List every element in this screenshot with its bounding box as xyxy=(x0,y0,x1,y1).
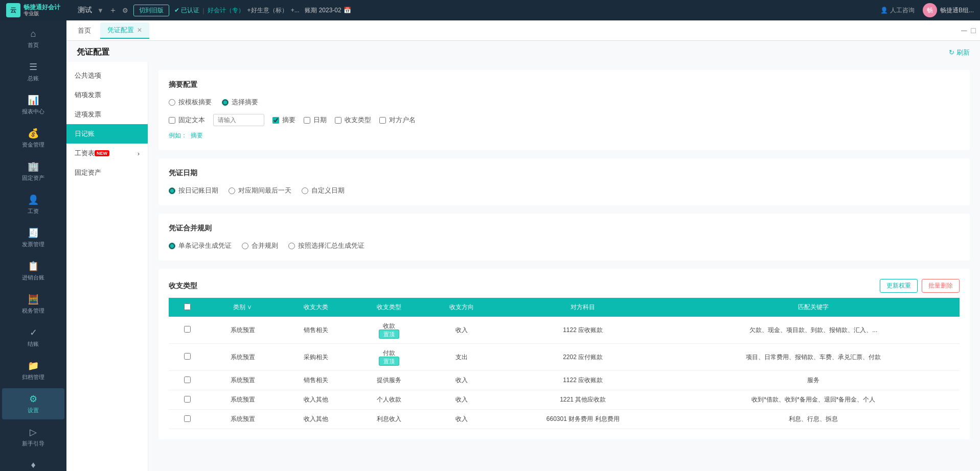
single-radio-label[interactable]: 单条记录生成凭证 xyxy=(169,241,232,250)
custom-date-radio[interactable] xyxy=(302,187,308,194)
merge-radio-label[interactable]: 合并规则 xyxy=(242,241,278,250)
fixed-text-checkbox[interactable] xyxy=(169,117,175,124)
select-radio-label[interactable]: 选择摘要 xyxy=(222,98,258,107)
single-radio[interactable] xyxy=(169,243,175,249)
row-checkbox[interactable] xyxy=(184,376,191,383)
switch-version-button[interactable]: 切到旧版 xyxy=(133,5,169,16)
assets-icon: 🏢 xyxy=(28,161,39,172)
col-account: 对方科目 xyxy=(498,298,668,317)
summary-radio-group: 按模板摘要 选择摘要 xyxy=(169,98,960,107)
col-major: 收支大类 xyxy=(279,298,352,317)
sidebar-item-member[interactable]: ♦ 畅会员 xyxy=(2,455,64,471)
left-nav-sales-invoice[interactable]: 销项发票 xyxy=(66,85,148,105)
top-badge[interactable]: 置顶 xyxy=(379,329,399,339)
row-checkbox-cell xyxy=(169,317,206,344)
date-checkbox[interactable] xyxy=(304,117,310,124)
settings-icon: ⚙ xyxy=(29,393,37,405)
left-nav-public[interactable]: 公共选项 xyxy=(66,66,148,85)
row-checkbox-cell xyxy=(169,344,206,371)
row-category: 系统预置 xyxy=(206,317,279,344)
good-accounting-tag: 好会计（专） xyxy=(208,6,244,15)
sidebar-item-fund[interactable]: 💰 资金管理 xyxy=(2,123,64,154)
sidebar-item-salary[interactable]: 👤 工资 xyxy=(2,189,64,220)
date-checkbox-label[interactable]: 日期 xyxy=(304,115,327,125)
period-last-radio-label[interactable]: 对应期间最后一天 xyxy=(229,186,291,195)
refresh-button[interactable]: ↻ 刷新 xyxy=(949,48,970,57)
header-add-icon[interactable]: ＋ xyxy=(109,5,117,16)
header-center: 测试 ▼ ＋ ⚙ 切到旧版 ✔ 已认证 | 好会计（专） +好生意（标） +..… xyxy=(78,5,875,16)
type-checkbox-label[interactable]: 收支类型 xyxy=(335,115,371,125)
minimize-icon[interactable]: ─ xyxy=(961,26,967,35)
period-last-radio[interactable] xyxy=(229,187,235,194)
update-weight-button[interactable]: 更新权重 xyxy=(880,279,918,293)
header-tags: ✔ 已认证 | 好会计（专） +好生意（标） +... xyxy=(174,6,300,15)
sidebar-item-archive[interactable]: 📁 归档管理 xyxy=(2,355,64,386)
left-nav-fixed-assets[interactable]: 固定资产 xyxy=(66,163,148,182)
row-checkbox-cell xyxy=(169,390,206,410)
voucher-date-title: 凭证日期 xyxy=(169,169,960,178)
summary-checkbox-label[interactable]: 摘要 xyxy=(272,115,295,125)
left-nav-purchase-invoice[interactable]: 进项发票 xyxy=(66,105,148,124)
sidebar-item-home[interactable]: ⌂ 首页 xyxy=(2,23,64,54)
member-icon: ♦ xyxy=(31,460,35,470)
counterpart-checkbox-label[interactable]: 对方户名 xyxy=(379,115,416,125)
archive-icon: 📁 xyxy=(28,360,39,371)
select-all-checkbox[interactable] xyxy=(184,303,191,310)
help-button[interactable]: 👤 人工咨询 xyxy=(880,6,915,15)
batch-delete-button[interactable]: 批量删除 xyxy=(922,279,960,293)
maximize-icon[interactable]: □ xyxy=(971,26,976,35)
sidebar-item-purchase[interactable]: 📋 进销台账 xyxy=(2,255,64,287)
header-chevron-icon[interactable]: ▼ xyxy=(97,7,104,14)
fixed-text-checkbox-label[interactable]: 固定文本 xyxy=(169,115,205,125)
sidebar-item-settings[interactable]: ⚙ 设置 xyxy=(2,388,64,419)
summary-checkbox[interactable] xyxy=(272,117,279,124)
calendar-icon[interactable]: 📅 xyxy=(344,7,351,14)
selected-total-radio-label[interactable]: 按照选择汇总生成凭证 xyxy=(288,241,364,250)
left-nav-journal[interactable]: 日记账 xyxy=(66,124,148,144)
table-row: 系统预置 采购相关 付款 置顶 支出 2202 应付账款 项目、日常费用、报销款… xyxy=(169,344,960,371)
tag-separator: | xyxy=(202,7,204,14)
fixed-text-input[interactable] xyxy=(213,114,264,126)
logo-text: 畅捷通好会计 专业版 xyxy=(24,4,60,17)
selected-total-radio[interactable] xyxy=(288,243,295,249)
counterpart-checkbox[interactable] xyxy=(379,117,386,124)
header-settings-icon[interactable]: ⚙ xyxy=(122,7,128,14)
summary-config-section: 摘要配置 按模板摘要 选择摘要 xyxy=(158,70,970,150)
row-category: 系统预置 xyxy=(206,344,279,371)
sidebar-item-invoice[interactable]: 🧾 发票管理 xyxy=(2,222,64,253)
income-expense-title: 收支类型 xyxy=(169,281,197,291)
sidebar-item-tax[interactable]: 🧮 税务管理 xyxy=(2,289,64,320)
template-radio-label[interactable]: 按模板摘要 xyxy=(169,98,212,107)
sidebar-item-assets[interactable]: 🏢 固定资产 xyxy=(2,156,64,187)
row-checkbox[interactable] xyxy=(184,326,191,333)
income-expense-section: 收支类型 更新权重 批量删除 类别 ∨ xyxy=(158,269,970,439)
sidebar-item-ledger[interactable]: ☰ 总账 xyxy=(2,56,64,87)
row-checkbox[interactable] xyxy=(184,353,191,360)
sidebar-item-report[interactable]: 📊 报表中心 xyxy=(2,89,64,121)
merge-rule-title: 凭证合并规则 xyxy=(169,224,960,233)
sidebar-item-settlement[interactable]: ✓ 结账 xyxy=(2,322,64,353)
type-checkbox[interactable] xyxy=(335,117,341,124)
top-badge[interactable]: 置顶 xyxy=(379,357,399,366)
row-keywords: 服务 xyxy=(668,371,960,390)
merge-radio[interactable] xyxy=(242,243,248,249)
tab-voucher-config[interactable]: 凭证配置 ✕ xyxy=(100,22,149,39)
journal-date-radio-label[interactable]: 按日记账日期 xyxy=(169,186,218,195)
custom-date-radio-label[interactable]: 自定义日期 xyxy=(302,186,345,195)
col-type: 收支类型 xyxy=(352,298,425,317)
template-radio[interactable] xyxy=(169,99,175,106)
row-checkbox[interactable] xyxy=(184,415,191,422)
journal-date-radio[interactable] xyxy=(169,187,175,194)
sidebar-item-label: 进销台账 xyxy=(22,274,44,281)
tab-close-icon[interactable]: ✕ xyxy=(137,27,142,34)
row-checkbox[interactable] xyxy=(184,396,191,403)
left-nav-payroll[interactable]: 工资表 NEW › xyxy=(66,144,148,163)
user-area[interactable]: 畅 畅捷通B组... xyxy=(923,3,974,17)
sidebar-item-guide[interactable]: ▷ 新手引导 xyxy=(2,421,64,453)
tab-home[interactable]: 首页 xyxy=(71,23,98,38)
select-radio[interactable] xyxy=(222,99,229,106)
row-direction: 收入 xyxy=(425,317,498,344)
row-account: 1122 应收账款 xyxy=(498,317,668,344)
sidebar-item-label: 新手引导 xyxy=(22,440,44,448)
col-category[interactable]: 类别 ∨ xyxy=(206,298,279,317)
